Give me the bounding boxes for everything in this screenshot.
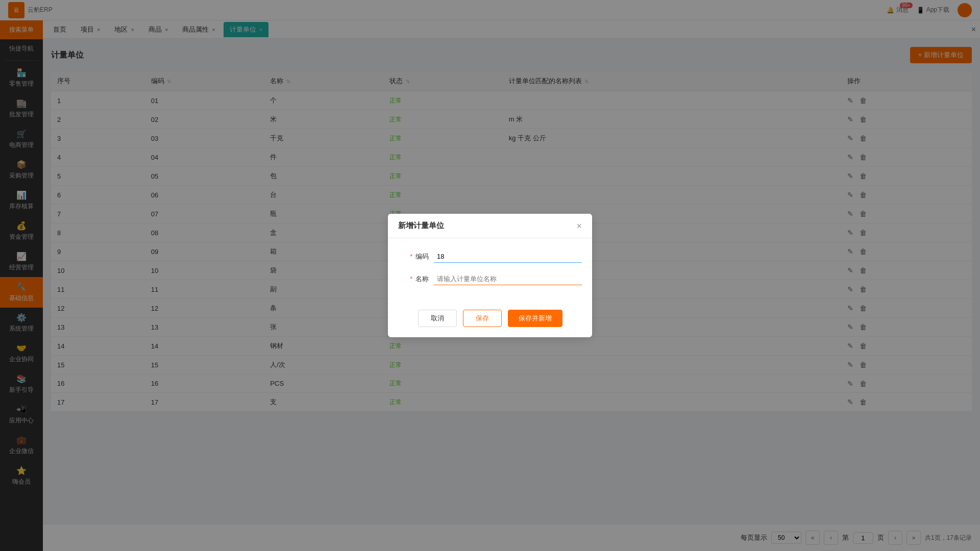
modal-header: 新增计量单位 × <box>388 214 592 238</box>
modal-title: 新增计量单位 <box>398 221 444 231</box>
add-unit-modal: 新增计量单位 × * 编码 * 名称 取消 保存 保存并新增 <box>388 214 592 337</box>
save-button[interactable]: 保存 <box>463 310 502 327</box>
name-input[interactable] <box>434 273 582 285</box>
save-and-add-button[interactable]: 保存并新增 <box>508 310 562 327</box>
name-label: * 名称 <box>398 274 429 284</box>
code-label-text: 编码 <box>415 253 429 260</box>
code-input[interactable] <box>434 251 582 263</box>
code-label: * 编码 <box>398 252 429 261</box>
code-form-row: * 编码 <box>398 251 582 263</box>
cancel-button[interactable]: 取消 <box>418 310 457 327</box>
modal-overlay: 新增计量单位 × * 编码 * 名称 取消 保存 保存并新增 <box>0 0 980 551</box>
name-required-star: * <box>410 275 412 283</box>
name-form-row: * 名称 <box>398 273 582 285</box>
modal-body: * 编码 * 名称 <box>388 238 592 304</box>
modal-footer: 取消 保存 保存并新增 <box>388 304 592 337</box>
name-label-text: 名称 <box>415 275 429 283</box>
code-required-star: * <box>410 253 412 260</box>
modal-close-button[interactable]: × <box>576 221 582 231</box>
